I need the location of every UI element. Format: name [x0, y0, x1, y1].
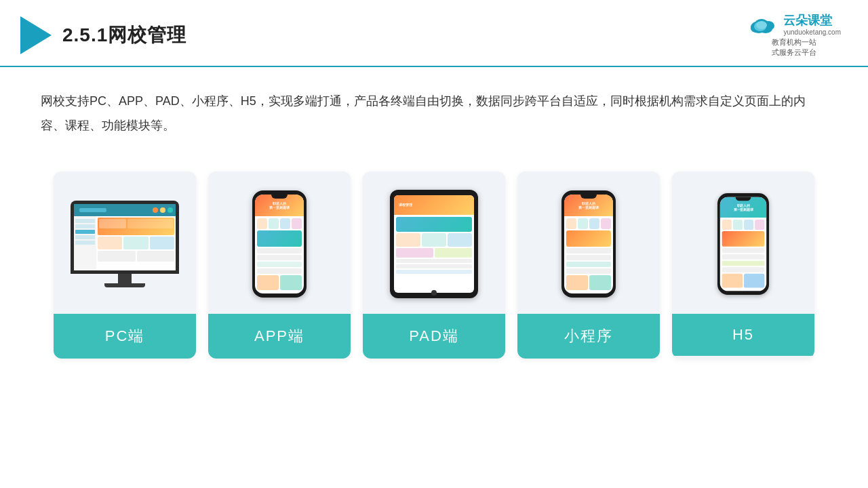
pad-tablet-mockup: 课程管理	[390, 190, 478, 298]
phone-banner-mini	[566, 230, 611, 247]
card-miniapp-image: 职进人的第一堂刷题课	[517, 171, 660, 314]
card-app-image: 职进人的第一堂刷题课	[208, 171, 351, 314]
card-h5: 职进人的第一堂刷题课	[672, 171, 814, 359]
tablet-header: 课程管理	[394, 195, 474, 215]
phone-notch-miniapp	[580, 195, 597, 199]
tablet-screen: 课程管理	[394, 195, 474, 293]
card-miniapp: 职进人的第一堂刷题课	[517, 171, 660, 359]
monitor-outer	[71, 201, 179, 274]
brand-logo: 云朵课堂 yunduoketang.com	[747, 12, 841, 36]
monitor-screen	[74, 204, 176, 270]
phone-screen-miniapp: 职进人的第一堂刷题课	[564, 195, 613, 293]
tablet-outer: 课程管理	[390, 190, 478, 298]
card-h5-label: H5	[672, 314, 814, 356]
card-pc-image	[54, 171, 196, 314]
card-pad: 课程管理	[363, 171, 505, 359]
monitor-nav	[74, 204, 176, 216]
h5-phone-mockup: 职进人的第一堂刷题课	[717, 193, 769, 295]
header: 2.5.1网校管理 云朵课堂 yunduoketang.com	[0, 0, 868, 67]
phone-banner-h5	[722, 231, 765, 247]
card-pc-label: PC端	[54, 314, 196, 359]
card-pad-image: 课程管理	[363, 171, 505, 314]
tablet-body	[394, 215, 474, 276]
miniapp-phone-mockup: 职进人的第一堂刷题课	[561, 190, 616, 298]
monitor-banner	[98, 218, 174, 236]
brand-area: 云朵课堂 yunduoketang.com 教育机构一站 式服务云平台	[747, 12, 841, 58]
card-app-label: APP端	[208, 314, 351, 359]
phone-body-miniapp	[564, 216, 613, 292]
card-h5-image: 职进人的第一堂刷题课	[672, 171, 814, 314]
phone-screen-h5: 职进人的第一堂刷题课	[720, 197, 766, 291]
card-pc: PC端	[54, 171, 196, 359]
app-phone-mockup: 职进人的第一堂刷题课	[252, 190, 307, 298]
page-title: 2.5.1网校管理	[62, 22, 186, 48]
tablet-home-btn	[431, 290, 437, 296]
svg-point-6	[756, 21, 767, 29]
monitor-main	[96, 216, 176, 270]
phone-banner-app	[257, 230, 302, 247]
phone-body-h5	[720, 218, 766, 289]
monitor-cards-row	[98, 237, 174, 249]
phone-notch-h5	[736, 197, 751, 201]
phone-icon-row-h5	[722, 220, 765, 230]
monitor-stand-neck	[118, 274, 132, 283]
monitor-sidebar	[74, 216, 96, 270]
description-text: 网校支持PC、APP、PAD、小程序、H5，实现多端打通，产品各终端自由切换，数…	[0, 67, 868, 144]
phone-body-app	[255, 216, 304, 292]
phone-card-row-mini	[566, 275, 611, 290]
phone-icon-row	[257, 218, 302, 229]
phone-card-row-h5	[722, 274, 765, 288]
phone-screen-app: 职进人的第一堂刷题课	[255, 195, 304, 293]
phone-notch-app	[271, 195, 288, 199]
phone-icon-row-mini	[566, 218, 611, 229]
brand-name: 云朵课堂 yunduoketang.com	[783, 12, 841, 36]
tablet-grid-1	[396, 233, 472, 247]
card-pad-label: PAD端	[363, 314, 505, 359]
phone-outer-miniapp: 职进人的第一堂刷题课	[561, 190, 616, 298]
card-miniapp-label: 小程序	[517, 314, 660, 359]
brand-tagline: 教育机构一站 式服务云平台	[772, 37, 816, 58]
pc-device-mockup	[71, 201, 179, 287]
phone-outer-h5: 职进人的第一堂刷题课	[717, 193, 769, 295]
logo-triangle-icon	[20, 16, 52, 54]
phone-card-row	[257, 275, 302, 290]
card-app: 职进人的第一堂刷题课	[208, 171, 351, 359]
page-container: 2.5.1网校管理 云朵课堂 yunduoketang.com	[0, 0, 868, 488]
monitor-stand-base	[104, 283, 145, 287]
monitor-body	[74, 216, 176, 270]
phone-outer-app: 职进人的第一堂刷题课	[252, 190, 307, 298]
platform-cards: PC端 职进人的第一堂刷题课	[0, 151, 868, 386]
header-left: 2.5.1网校管理	[20, 16, 186, 54]
cloud-icon	[747, 14, 779, 35]
tablet-banner	[396, 217, 472, 232]
